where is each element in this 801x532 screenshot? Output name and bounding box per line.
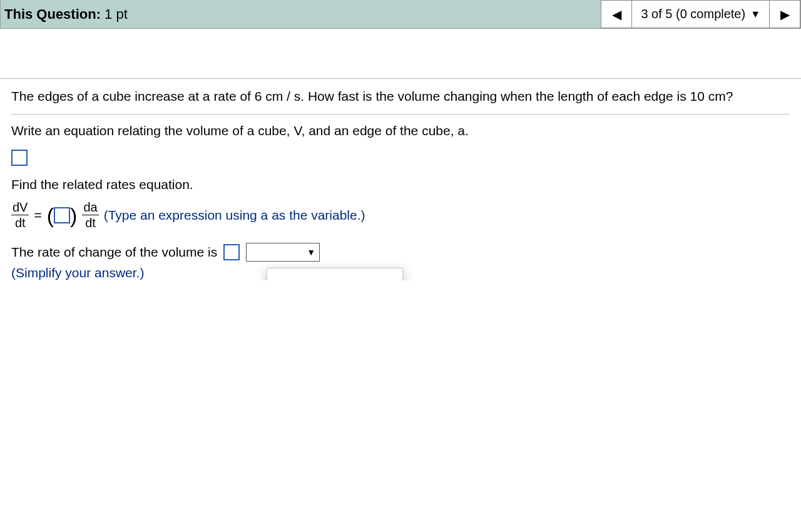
question-nav: ◀ 3 of 5 (0 complete) ▼ ▶: [601, 0, 800, 28]
fraction-dvdt: dV dt: [11, 201, 29, 229]
volume-equation-input[interactable]: [11, 150, 28, 166]
coefficient-input[interactable]: [54, 207, 70, 223]
question-text: The edges of a cube increase at a rate o…: [11, 79, 790, 115]
coefficient-input-group: ( ): [47, 205, 78, 226]
part1-prompt: Write an equation relating the volume of…: [11, 123, 790, 138]
left-paren: (: [47, 205, 54, 226]
rate-value-input[interactable]: [223, 244, 240, 260]
question-progress-button[interactable]: 3 of 5 (0 complete) ▼: [631, 0, 770, 28]
expression-hint: (Type an expression using a as the varia…: [104, 208, 365, 223]
header-spacer: [0, 29, 801, 79]
unit-dropdown: cm.cm3 / sec.cm3.cm2.cm / sec.cm2 / sec.: [267, 268, 403, 280]
question-label-prefix: This Question:: [4, 6, 101, 22]
triangle-left-icon: ◀: [612, 7, 621, 22]
chevron-down-icon: ▼: [750, 9, 760, 20]
question-points: 1 pt: [101, 6, 128, 22]
question-title: This Question: 1 pt: [4, 6, 128, 23]
chevron-down-icon: ▼: [307, 247, 315, 257]
question-content: The edges of a cube increase at a rate o…: [0, 79, 801, 280]
triangle-right-icon: ▶: [780, 7, 790, 22]
rate-prefix: The rate of change of the volume is: [11, 245, 217, 260]
progress-text: 3 of 5 (0 complete): [641, 7, 745, 21]
fraction-dadt: da dt: [82, 201, 98, 229]
question-header: This Question: 1 pt ◀ 3 of 5 (0 complete…: [0, 0, 801, 29]
next-question-button[interactable]: ▶: [769, 0, 800, 28]
unit-select[interactable]: ▼: [246, 243, 320, 262]
right-paren: ): [70, 205, 77, 226]
prev-question-button[interactable]: ◀: [601, 0, 632, 28]
part2-prompt: Find the related rates equation.: [11, 177, 790, 192]
related-rates-equation: dV dt = ( ) da dt (Type an expression us…: [11, 201, 790, 229]
equals-sign: =: [34, 208, 41, 223]
rate-of-change-line: The rate of change of the volume is ▼ cm…: [11, 243, 790, 262]
